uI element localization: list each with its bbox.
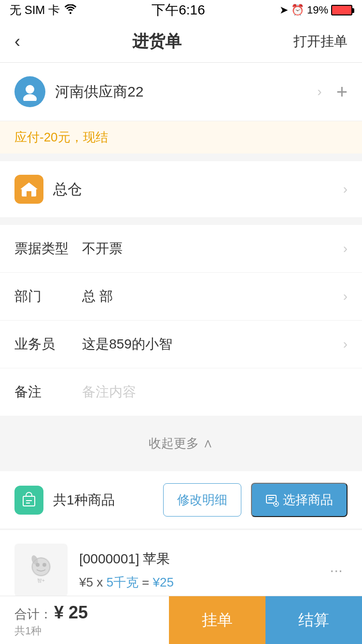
alarm-icon: ⏰ [291, 4, 304, 16]
divider [0, 463, 362, 471]
svg-text:智+: 智+ [37, 578, 45, 583]
department-label: 部门 [14, 287, 72, 306]
department-value: 总 部 [82, 287, 343, 306]
supplier-avatar [14, 76, 45, 107]
collapse-button[interactable]: 收起更多 ∧ [0, 423, 362, 463]
supplier-notice: 应付-20元，现结 [0, 121, 362, 154]
status-left: 无 SIM 卡 [10, 2, 77, 18]
product-title: 苹果 [143, 551, 170, 566]
modify-detail-button[interactable]: 修改明细 [163, 483, 241, 517]
product-total: ¥25 [153, 575, 173, 589]
status-bar: 无 SIM 卡 下午6:16 ➤ ⏰ 19% [0, 0, 362, 20]
product-info: [0000001] 苹果 ¥5 x 5千克 = ¥25 [79, 550, 325, 591]
remark-input[interactable]: 备注内容 [82, 383, 348, 401]
suspend-button[interactable]: 挂单 [169, 596, 265, 644]
product-id: [0000001] [79, 551, 143, 566]
warehouse-icon [14, 175, 43, 204]
battery-icon [331, 5, 352, 15]
salesperson-value: 这是859的小智 [82, 335, 343, 353]
total-area: 合计： ¥ 25 共1种 [0, 596, 169, 644]
status-right: ➤ ⏰ 19% [279, 4, 352, 16]
total-count: 共1种 [14, 624, 154, 638]
product-thumbnail: 智+ [14, 544, 68, 597]
product-price: ¥5 x 5千克 = ¥25 [79, 574, 325, 591]
product-header: 共1种商品 修改明细 选择商品 [0, 471, 362, 529]
battery-percent: 19% [307, 4, 328, 16]
main-content: 河南供应商22 › + 应付-20元，现结 总仓 › 票据类型 不开票 › 部门… [0, 63, 362, 644]
invoice-type-label: 票据类型 [14, 239, 72, 258]
svg-point-19 [42, 563, 46, 567]
bottom-bar: 合计： ¥ 25 共1种 挂单 结算 [0, 596, 362, 644]
salesperson-chevron: › [343, 336, 348, 352]
form-section: 票据类型 不开票 › 部门 总 部 › 业务员 这是859的小智 › 备注 备注… [0, 225, 362, 416]
salesperson-row[interactable]: 业务员 这是859的小智 › [0, 320, 362, 368]
invoice-type-row[interactable]: 票据类型 不开票 › [0, 225, 362, 272]
location-icon: ➤ [279, 4, 288, 16]
product-name: [0000001] 苹果 [79, 550, 325, 568]
warehouse-chevron-icon: › [343, 182, 348, 197]
select-product-label: 选择商品 [283, 491, 333, 508]
invoice-type-value: 不开票 [82, 239, 343, 258]
svg-marker-3 [20, 182, 38, 189]
select-product-button[interactable]: 选择商品 [251, 483, 348, 517]
product-quantity: 5千克 [106, 575, 138, 589]
total-amount: ¥ 25 [54, 602, 88, 623]
supplier-section: 河南供应商22 › + 应付-20元，现结 [0, 63, 362, 154]
status-time: 下午6:16 [152, 1, 205, 19]
svg-point-18 [36, 563, 40, 567]
back-button[interactable]: ‹ [14, 31, 20, 52]
total-row: 合计： ¥ 25 [14, 602, 154, 623]
salesperson-label: 业务员 [14, 335, 72, 353]
remark-row[interactable]: 备注 备注内容 [0, 368, 362, 416]
open-suspend-button[interactable]: 打开挂单 [293, 32, 348, 51]
product-unit-price: ¥5 x [79, 575, 106, 589]
wifi-icon [64, 3, 77, 17]
total-label: 合计： [14, 606, 52, 623]
svg-point-0 [26, 85, 34, 94]
page-title: 进货单 [132, 30, 181, 53]
warehouse-row[interactable]: 总仓 › [0, 161, 362, 217]
add-supplier-button[interactable]: + [336, 82, 348, 101]
product-count-text: 共1种商品 [53, 491, 163, 509]
nav-bar: ‹ 进货单 打开挂单 [0, 20, 362, 63]
supplier-name: 河南供应商22 [55, 82, 317, 102]
department-chevron: › [343, 289, 348, 304]
warehouse-name: 总仓 [53, 180, 343, 199]
product-count-icon [14, 486, 43, 515]
svg-point-1 [23, 94, 37, 101]
supplier-row[interactable]: 河南供应商22 › + [0, 63, 362, 121]
product-more-button[interactable]: ··· [325, 561, 348, 579]
supplier-chevron-icon: › [317, 84, 321, 99]
invoice-type-chevron: › [343, 241, 348, 256]
product-equals: = [139, 575, 153, 589]
svg-rect-4 [27, 191, 31, 196]
checkout-button[interactable]: 结算 [265, 596, 362, 644]
network-label: 无 SIM 卡 [10, 2, 60, 18]
department-row[interactable]: 部门 总 部 › [0, 272, 362, 320]
remark-label: 备注 [14, 383, 72, 401]
